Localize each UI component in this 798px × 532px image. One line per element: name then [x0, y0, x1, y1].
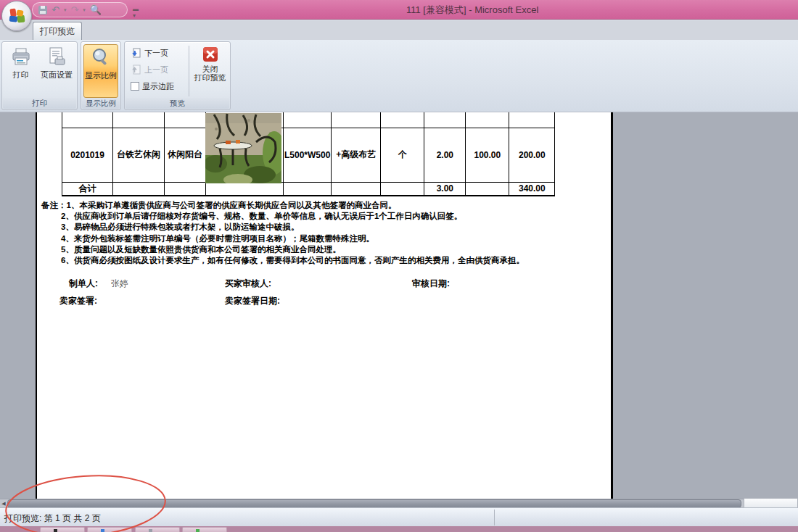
maker-name: 张婷: [111, 278, 128, 290]
buyer-reviewer-label: 买家审核人:: [225, 278, 271, 290]
excel-window: ↶▾ ↷▾ 🔍 ▬▾ 111 [兼容模式] - Microsoft Excel …: [0, 0, 798, 532]
item-price: 100.00: [466, 128, 509, 182]
print-button-label: 打印: [13, 70, 29, 79]
next-page-button[interactable]: 下一页: [131, 46, 168, 59]
table-row-total: 合计 3.00 340.00: [62, 182, 555, 196]
ribbon-tab-strip: 打印预览: [0, 20, 798, 40]
note-2: 2、供应商收到订单后请仔细核对存货编号、规格、数量、单价等信息，确认无误后于1个…: [41, 211, 542, 222]
item-qty: 2.00: [424, 128, 466, 182]
next-page-icon: [131, 48, 141, 59]
table-row-clipped: [62, 112, 555, 128]
show-margins-checkbox[interactable]: 显示边距: [131, 80, 174, 93]
close-button-label-1: 关闭: [202, 65, 218, 73]
seller-sign-date-label: 卖家签署日期:: [225, 295, 280, 307]
item-name: 台铁艺休闲: [113, 128, 165, 182]
group-preview: 下一页 上一页 显示边距 关闭 打印预: [124, 41, 231, 110]
tab-print-preview[interactable]: 打印预览: [33, 22, 82, 40]
group-preview-caption: 预览: [126, 98, 229, 109]
group-print-caption: 打印: [3, 98, 76, 109]
notes-block: 备注：1、本采购订单遵循贵供应商与公司签署的供应商长期供应合同以及其他签署的商业…: [41, 200, 542, 266]
close-print-preview-button[interactable]: 关闭 打印预览: [191, 44, 229, 99]
product-photo: [205, 113, 281, 183]
save-icon[interactable]: [38, 6, 47, 14]
close-icon: [202, 46, 218, 62]
group-print: 打印 页面设置 打印: [1, 41, 78, 110]
note-5: 5、质量问题以及短缺数量依照贵供货商和本公司签署的相关商业合同处理。: [41, 244, 542, 255]
total-label: 合计: [62, 182, 113, 196]
taskbar-button[interactable]: [182, 527, 227, 532]
ribbon: 打印 页面设置 打印: [0, 40, 798, 112]
undo-icon[interactable]: ↶: [52, 5, 59, 14]
print-preview-qat-icon[interactable]: 🔍: [90, 5, 102, 14]
status-bar: 打印预览: 第 1 页 共 2 页: [0, 507, 798, 526]
close-button-label-2: 打印预览: [194, 73, 226, 82]
prev-page-button[interactable]: 上一页: [131, 63, 168, 76]
note-4: 4、来货外包装标签需注明订单编号（必要时需注明项目名称）；尾箱数需特殊注明。: [41, 233, 542, 244]
title-bar: ↶▾ ↷▾ 🔍 ▬▾ 111 [兼容模式] - Microsoft Excel: [0, 0, 798, 20]
printer-icon: [10, 46, 32, 68]
item-unit: 个: [381, 128, 424, 182]
review-date-label: 审核日期:: [412, 278, 450, 290]
taskbar: [0, 526, 798, 532]
taskbar-button[interactable]: [87, 527, 132, 532]
zoom-button-label: 显示比例: [85, 71, 117, 80]
total-qty: 3.00: [424, 182, 466, 196]
item-amount: 200.00: [509, 128, 555, 182]
magnifier-icon: [90, 47, 112, 69]
total-amount: 340.00: [509, 182, 555, 196]
group-zoom-caption: 显示比例: [82, 98, 120, 109]
table-row-item: 0201019 台铁艺休闲 休闲阳台 L500*W500 +高级布艺 个 2.0…: [62, 128, 555, 182]
page-status: 打印预览: 第 1 页 共 2 页: [4, 512, 101, 525]
office-button[interactable]: [1, 1, 32, 31]
checkbox-icon: [131, 82, 139, 91]
prev-page-label: 上一页: [144, 65, 168, 75]
window-title: 111 [兼容模式] - Microsoft Excel: [406, 4, 538, 17]
taskbar-button[interactable]: [40, 527, 85, 532]
redo-icon[interactable]: ↷: [70, 5, 78, 14]
seller-sign-label: 卖家签署:: [59, 295, 97, 307]
zoom-button[interactable]: 显示比例: [83, 44, 118, 98]
show-margins-label: 显示边距: [142, 81, 174, 92]
print-preview-canvas[interactable]: 0201019 台铁艺休闲 休闲阳台 L500*W500 +高级布艺 个 2.0…: [0, 112, 798, 499]
quick-access-toolbar: ↶▾ ↷▾ 🔍: [32, 2, 128, 17]
note-1: 1、本采购订单遵循贵供应商与公司签署的供应商长期供应合同以及其他签署的商业合同。: [67, 201, 397, 209]
item-spec: L500*W500: [284, 128, 332, 182]
redo-dropdown-icon[interactable]: ▾: [83, 7, 86, 13]
page-setup-button[interactable]: 页面设置: [37, 44, 76, 99]
notes-label: 备注：: [41, 201, 67, 209]
group-zoom: 显示比例 显示比例: [81, 41, 121, 110]
print-button[interactable]: 打印: [5, 44, 36, 99]
page-setup-icon: [46, 46, 67, 68]
horizontal-scrollbar[interactable]: ◀: [0, 499, 798, 507]
item-code: 0201019: [62, 128, 113, 182]
maker-label: 制单人:: [69, 278, 98, 290]
note-3: 3、易碎物品必须进行特殊包装或者打木架，以防运输途中破损。: [41, 222, 542, 233]
note-6: 6、供货商必须按图纸及设计要求生产，如有任何修改，需要得到本公司的书面同意，否则…: [41, 255, 542, 266]
taskbar-button[interactable]: [135, 527, 180, 532]
item-location: 休闲阳台: [165, 128, 206, 182]
page-setup-button-label: 页面设置: [41, 70, 73, 79]
item-material: +高级布艺: [332, 128, 381, 182]
prev-page-icon: [131, 65, 141, 75]
status-divider: [494, 510, 495, 525]
office-logo-icon: [8, 7, 27, 26]
next-page-label: 下一页: [144, 48, 168, 59]
customize-qat-icon[interactable]: ▬▾: [133, 6, 139, 19]
undo-dropdown-icon[interactable]: ▾: [64, 7, 67, 13]
group-separator: [189, 46, 189, 96]
purchase-order-table: 0201019 台铁艺休闲 休闲阳台 L500*W500 +高级布艺 个 2.0…: [62, 112, 555, 196]
